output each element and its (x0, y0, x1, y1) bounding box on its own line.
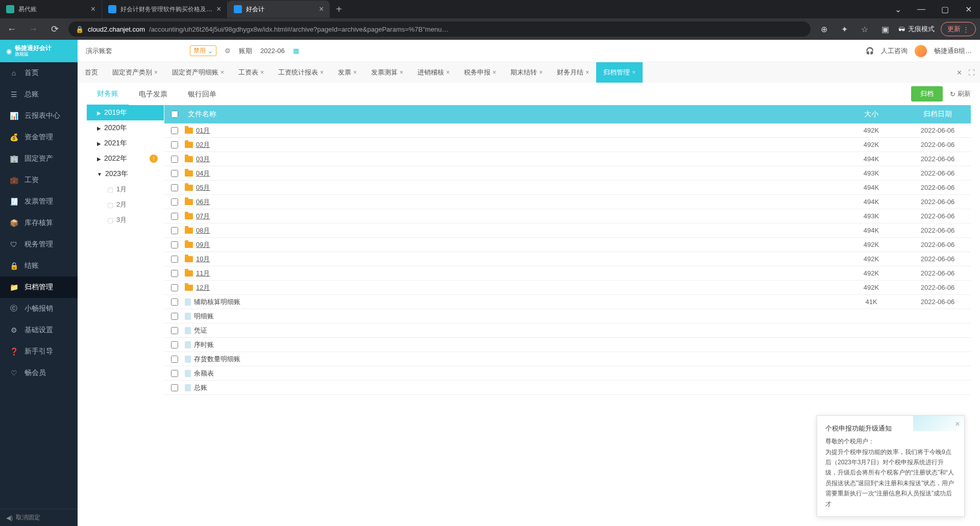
sidebar-item[interactable]: 🛡 税务管理 (0, 234, 78, 255)
extensions-icon[interactable]: ✦ (837, 22, 851, 36)
year-tree-item[interactable]: ▶ 2019年 (87, 105, 164, 120)
sidebar-item[interactable]: ⓒ 小畅报销 (0, 298, 78, 319)
sidebar-item[interactable]: ⌂ 首页 (0, 62, 78, 84)
sidebar-item[interactable]: 🔒 结账 (0, 255, 78, 277)
reload-button[interactable]: ⟳ (47, 21, 62, 37)
row-checkbox[interactable] (171, 156, 178, 163)
close-icon[interactable]: × (493, 69, 496, 76)
chevron-down-icon[interactable]: ⌄ (886, 0, 910, 18)
year-tree-item[interactable]: ▶ 2022年! (87, 151, 164, 166)
avatar[interactable] (915, 45, 927, 57)
year-tree-item[interactable]: ▶ 2021年 (87, 136, 164, 151)
file-link[interactable]: 09月 (196, 240, 210, 249)
close-icon[interactable]: ✕ (955, 419, 960, 429)
year-tree-child[interactable]: ▢ 1月 (87, 182, 164, 197)
row-checkbox[interactable] (171, 270, 178, 277)
close-icon[interactable]: × (216, 5, 221, 14)
row-checkbox[interactable] (171, 227, 178, 234)
close-icon[interactable]: × (154, 69, 158, 76)
close-icon[interactable]: × (220, 69, 224, 76)
file-link[interactable]: 03月 (196, 155, 210, 164)
sidebar-unpin[interactable]: ◀) 取消固定 (0, 509, 78, 526)
page-tab[interactable]: 固定资产明细账× (165, 62, 231, 83)
row-checkbox[interactable] (171, 127, 178, 134)
sidebar-item[interactable]: ❓ 新手引导 (0, 341, 78, 362)
url-input[interactable]: 🔒 cloud2.chanjet.com /accounting/uh26t26… (68, 21, 811, 37)
close-icon[interactable]: × (400, 69, 403, 76)
select-all-checkbox[interactable] (171, 111, 178, 118)
page-tab[interactable]: 发票测算× (364, 62, 410, 83)
page-tab[interactable]: 税务申报× (457, 62, 503, 83)
sub-tab[interactable]: 财务账 (87, 82, 129, 106)
row-checkbox[interactable] (171, 241, 178, 248)
file-link[interactable]: 07月 (196, 212, 210, 221)
row-checkbox[interactable] (171, 284, 178, 291)
page-tab[interactable]: 工资表× (231, 62, 271, 83)
sidebar-item[interactable]: 🏢 固定资产 (0, 148, 78, 169)
page-tab[interactable]: 进销稽核× (410, 62, 457, 83)
sidebar-item[interactable]: ♡ 畅会员 (0, 362, 78, 384)
sidebar-item[interactable]: 📦 库存核算 (0, 212, 78, 234)
sidebar-item[interactable]: ⚙ 基础设置 (0, 319, 78, 341)
ban-tag[interactable]: 禁用 ⌄ (190, 45, 216, 56)
calendar-icon[interactable]: ▦ (293, 47, 299, 55)
row-checkbox[interactable] (171, 356, 178, 363)
row-checkbox[interactable] (171, 384, 178, 391)
help-link[interactable]: 人工咨询 (881, 46, 908, 56)
row-checkbox[interactable] (171, 341, 178, 348)
minimize-button[interactable]: ― (910, 0, 933, 18)
row-checkbox[interactable] (171, 298, 178, 306)
file-link[interactable]: 10月 (196, 255, 210, 264)
page-tab[interactable]: 财务月结× (550, 62, 596, 83)
page-tab[interactable]: 归档管理× (596, 62, 643, 83)
sidebar-item[interactable]: 📁 归档管理 (0, 277, 78, 298)
close-all-tabs-button[interactable]: ✕ (957, 69, 962, 77)
browser-tab[interactable]: 易代账 × (0, 1, 102, 18)
forward-button[interactable]: → (26, 21, 41, 37)
close-icon[interactable]: × (539, 69, 543, 76)
sidebar-item[interactable]: 📊 云报表中心 (0, 105, 78, 127)
sidebar-item[interactable]: 🧾 发票管理 (0, 191, 78, 212)
file-link[interactable]: 11月 (196, 269, 210, 278)
close-icon[interactable]: × (260, 69, 264, 76)
refresh-button[interactable]: ↻ 刷新 (950, 89, 971, 98)
year-tree-child[interactable]: ▢ 3月 (87, 212, 164, 228)
close-icon[interactable]: × (353, 69, 357, 76)
file-link[interactable]: 01月 (196, 126, 210, 135)
close-icon[interactable]: × (319, 5, 324, 14)
close-icon[interactable]: × (320, 69, 324, 76)
user-name[interactable]: 畅捷通B组… (934, 46, 972, 56)
row-checkbox[interactable] (171, 198, 178, 206)
read-mode-icon[interactable]: ▣ (878, 22, 892, 36)
period-value[interactable]: 2022-06 (260, 47, 285, 55)
maximize-button[interactable]: ▢ (933, 0, 957, 18)
zoom-icon[interactable]: ⊕ (817, 22, 831, 36)
archive-button[interactable]: 归档 (911, 86, 943, 102)
page-tab[interactable]: 固定资产类别× (105, 62, 165, 83)
browser-tab[interactable]: 好会计财务管理软件购买价格及… × (102, 1, 228, 18)
browser-tab[interactable]: 好会计 × (228, 1, 330, 18)
page-tab[interactable]: 发票× (331, 62, 364, 83)
year-tree-item[interactable]: ▼ 2023年 (87, 166, 164, 182)
page-tab[interactable]: 首页 (78, 62, 105, 83)
row-checkbox[interactable] (171, 370, 178, 377)
file-link[interactable]: 06月 (196, 197, 210, 207)
new-tab-button[interactable]: + (330, 4, 348, 15)
close-icon[interactable]: × (632, 69, 635, 76)
page-tab[interactable]: 期末结转× (503, 62, 550, 83)
file-link[interactable]: 08月 (196, 226, 210, 235)
sub-tab[interactable]: 银行回单 (178, 83, 227, 105)
row-checkbox[interactable] (171, 256, 178, 263)
file-link[interactable]: 02月 (196, 140, 210, 149)
file-link[interactable]: 05月 (196, 183, 210, 192)
row-checkbox[interactable] (171, 170, 178, 177)
star-icon[interactable]: ☆ (857, 22, 872, 36)
account-name[interactable]: 演示账套 (86, 46, 112, 56)
row-checkbox[interactable] (171, 184, 178, 191)
row-checkbox[interactable] (171, 327, 178, 334)
sidebar-item[interactable]: 💰 资金管理 (0, 127, 78, 148)
fullscreen-icon[interactable]: ⛶ (968, 69, 975, 77)
sub-tab[interactable]: 电子发票 (129, 83, 178, 105)
close-icon[interactable]: × (446, 69, 450, 76)
sidebar-item[interactable]: 💼 工资 (0, 169, 78, 191)
